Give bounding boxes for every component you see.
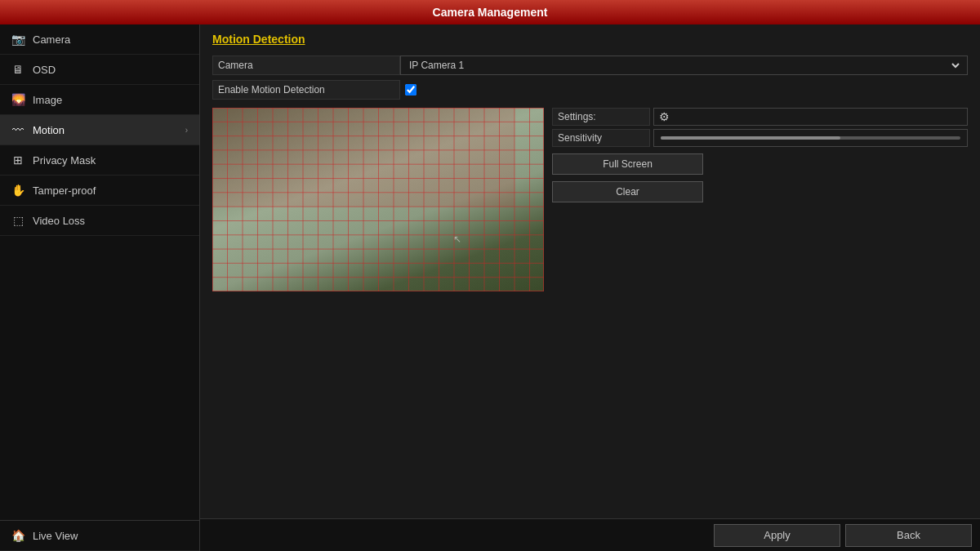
sidebar-item-osd[interactable]: 🖥 OSD [0, 55, 199, 85]
page-title: Motion Detection [212, 33, 968, 46]
sidebar-item-camera[interactable]: 📷 Camera [0, 24, 199, 55]
tamper-proof-icon: ✋ [11, 184, 24, 197]
sensitivity-fill [661, 136, 840, 140]
gear-icon: ⚙ [659, 110, 670, 123]
sidebar-label-video-loss: Video Loss [33, 215, 188, 227]
app-title: Camera Management [433, 6, 548, 19]
live-view-icon: 🏠 [11, 529, 24, 542]
content-area: Motion Detection Camera IP Camera 1 Enab… [200, 24, 980, 551]
sidebar-item-tamper-proof[interactable]: ✋ Tamper-proof [0, 176, 199, 206]
title-bar: Camera Management [0, 0, 980, 24]
sensitivity-value[interactable] [653, 129, 968, 147]
enable-motion-label: Enable Motion Detection [212, 80, 400, 100]
detection-section: ↖ Settings: ⚙ Sensitivity [212, 108, 968, 291]
motion-icon: 〰 [11, 123, 24, 136]
svg-text:↖: ↖ [453, 233, 461, 245]
sidebar-item-video-loss[interactable]: ⬚ Video Loss [0, 206, 199, 236]
bottom-bar: Apply Back [200, 518, 980, 551]
sidebar-item-live-view[interactable]: 🏠 Live View [0, 521, 199, 551]
sensitivity-label: Sensitivity [552, 129, 650, 147]
settings-value[interactable]: ⚙ [653, 108, 968, 126]
camera-label: Camera [212, 56, 400, 75]
video-loss-icon: ⬚ [11, 214, 24, 227]
privacy-mask-icon: ⊞ [11, 153, 24, 167]
fullscreen-button[interactable]: Full Screen [552, 153, 703, 175]
sidebar-bottom: 🏠 Live View [0, 520, 199, 551]
video-feed: ↖ [212, 108, 544, 291]
sidebar-label-privacy-mask: Privacy Mask [33, 154, 188, 167]
motion-chevron: › [185, 126, 188, 135]
video-container: ↖ [212, 108, 544, 291]
sidebar-item-image[interactable]: 🌄 Image [0, 85, 199, 115]
enable-motion-checkbox[interactable] [405, 84, 416, 96]
camera-row: Camera IP Camera 1 [212, 56, 968, 75]
sidebar-label-image: Image [33, 94, 188, 106]
enable-motion-row: Enable Motion Detection [212, 80, 968, 100]
clear-button[interactable]: Clear [552, 181, 703, 202]
sidebar-label-motion: Motion [33, 124, 177, 136]
controls-panel: Settings: ⚙ Sensitivity Full Screen [552, 108, 968, 291]
camera-select[interactable]: IP Camera 1 [406, 59, 962, 72]
camera-value[interactable]: IP Camera 1 [400, 56, 968, 75]
sidebar-item-privacy-mask[interactable]: ⊞ Privacy Mask [0, 145, 199, 176]
svg-rect-34 [212, 108, 514, 207]
image-icon: 🌄 [11, 93, 24, 106]
sidebar-label-camera: Camera [33, 33, 188, 46]
motion-grid-overlay: ↖ [212, 108, 544, 291]
osd-icon: 🖥 [11, 63, 24, 76]
sidebar-item-motion[interactable]: 〰 Motion › [0, 115, 199, 145]
apply-button[interactable]: Apply [714, 524, 840, 547]
sidebar: 📷 Camera 🖥 OSD 🌄 Image 〰 Motion › ⊞ Priv… [0, 24, 200, 551]
settings-row: Settings: ⚙ [552, 108, 968, 126]
main-layout: 📷 Camera 🖥 OSD 🌄 Image 〰 Motion › ⊞ Priv… [0, 24, 980, 551]
sensitivity-track[interactable] [661, 136, 960, 140]
sidebar-label-tamper-proof: Tamper-proof [33, 184, 188, 197]
enable-motion-value [400, 80, 968, 100]
sidebar-label-live-view: Live View [33, 530, 188, 542]
sidebar-label-osd: OSD [33, 64, 188, 76]
sensitivity-row: Sensitivity [552, 129, 968, 147]
back-button[interactable]: Back [845, 524, 972, 547]
camera-icon: 📷 [11, 33, 24, 46]
settings-label: Settings: [552, 108, 650, 126]
